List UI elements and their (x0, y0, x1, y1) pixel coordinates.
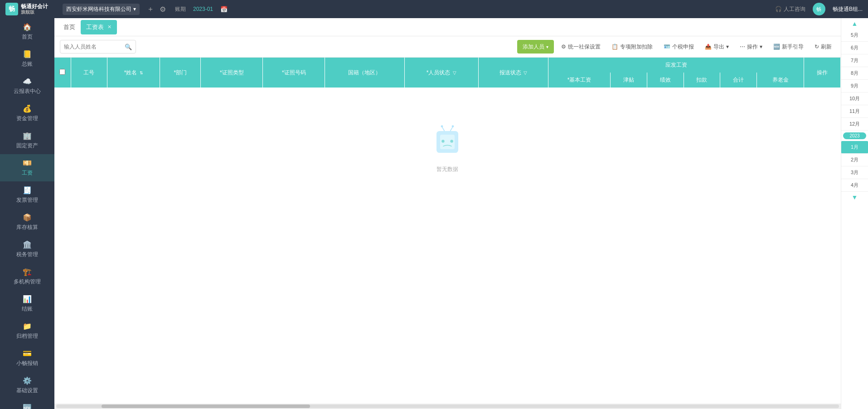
company-selector[interactable]: 西安虾米网络科技有限公司 ▾ (63, 4, 140, 15)
th-nationality: 国籍（地区） (325, 58, 404, 88)
th-dept: *部门 (160, 58, 201, 88)
panel-down-arrow[interactable]: ▼ (841, 192, 868, 203)
month-12[interactable]: 12月 (841, 118, 868, 131)
table-body: 暂无数据 (54, 88, 841, 209)
tab-close-icon[interactable]: ✕ (107, 24, 112, 29)
year-badge: 2023 (843, 132, 866, 139)
bottom-scrollbar[interactable] (54, 404, 841, 409)
add-button[interactable]: ＋ (147, 5, 154, 14)
calendar-icon[interactable]: 📅 (220, 6, 228, 13)
sidebar-item-archive[interactable]: 📁 归档管理 (0, 317, 54, 345)
sidebar-item-ledger[interactable]: 📒 总账 (0, 45, 54, 73)
search-wrap[interactable]: 🔍 (60, 40, 136, 54)
special-deduction-icon: 📋 (611, 44, 618, 50)
sidebar-item-fund[interactable]: 💰 资金管理 (0, 100, 54, 127)
empty-state: 暂无数据 (54, 124, 841, 173)
select-all-checkbox[interactable] (59, 69, 65, 75)
app-name: 畅通好会计 (21, 3, 48, 10)
sidebar-item-cloud-report[interactable]: ☁️ 云报表中心 (0, 73, 54, 100)
sidebar-item-expense[interactable]: 💳 小畅报销 (0, 345, 54, 372)
tab-home[interactable]: 首页 (58, 20, 81, 34)
sort-name-icon[interactable]: ⇅ (140, 71, 143, 75)
period-value[interactable]: 2023-01 (193, 6, 213, 12)
month-4[interactable]: 4月 (841, 179, 868, 192)
app-edition: 旗舰版 (21, 10, 48, 15)
sidebar-item-label: 税务管理 (16, 251, 38, 258)
search-icon: 🔍 (125, 44, 132, 50)
month-7[interactable]: 7月 (841, 54, 868, 67)
tab-payroll-label: 工资表 (86, 23, 104, 31)
sidebar-item-fixed-assets[interactable]: 🏢 固定资产 (0, 127, 54, 154)
sidebar-item-home[interactable]: 🏠 首页 (0, 18, 54, 45)
archive-icon: 📁 (23, 322, 32, 331)
scrollbar-track[interactable] (56, 404, 839, 408)
th-deduction: 扣款 (684, 73, 720, 88)
search-input[interactable] (64, 44, 123, 50)
month-6[interactable]: 6月 (841, 42, 868, 54)
export-icon: 📤 (705, 44, 712, 50)
guide-label: 新手引导 (782, 43, 804, 51)
th-status[interactable]: *人员状态 ▽ (404, 58, 478, 88)
export-button[interactable]: 📤 导出 ▾ (701, 41, 732, 53)
tab-payroll-table[interactable]: 工资表 ✕ (81, 20, 117, 34)
scrollbar-thumb[interactable] (102, 404, 310, 408)
th-base-salary: *基本工资 (548, 73, 611, 88)
sidebar-item-label: 多机构管理 (14, 278, 41, 286)
social-security-button[interactable]: ⚙ 统一社保设置 (558, 41, 604, 53)
th-name[interactable]: *姓名 ⇅ (107, 58, 160, 88)
svg-point-6 (441, 125, 443, 127)
empty-icon (429, 124, 466, 160)
th-pension: 养老金 (756, 73, 804, 88)
panel-up-arrow[interactable]: ▲ (841, 18, 868, 29)
social-security-icon: ⚙ (561, 44, 566, 50)
month-8[interactable]: 8月 (841, 67, 868, 80)
filter-status-icon[interactable]: ▽ (453, 70, 456, 75)
svg-point-7 (452, 125, 454, 127)
sidebar-item-payroll[interactable]: 💴 工资 (0, 154, 54, 181)
headset-icon: 🎧 (775, 6, 782, 12)
filter-report-icon[interactable]: ▽ (524, 70, 527, 75)
operate-icon: ⋯ (740, 44, 745, 50)
th-checkbox[interactable] (54, 58, 71, 88)
special-deduction-button[interactable]: 📋 专项附加扣除 (608, 41, 656, 53)
sidebar-item-invoice[interactable]: 🧾 发票管理 (0, 181, 54, 209)
month-3[interactable]: 3月 (841, 166, 868, 179)
month-11[interactable]: 11月 (841, 105, 868, 118)
sidebar-item-label: 总账 (22, 60, 33, 68)
content-area: 首页 工资表 ✕ 🔍 添加人员 ▾ ⚙ 统一社保设置 📋 (54, 18, 841, 409)
th-report-status[interactable]: 报送状态 ▽ (478, 58, 548, 88)
month-9[interactable]: 9月 (841, 80, 868, 93)
th-performance: 绩效 (647, 73, 684, 88)
service-button[interactable]: 🎧 人工咨询 (775, 5, 805, 13)
sidebar-item-guide[interactable]: 🆕 新手引导 (0, 399, 54, 409)
th-id-no: *证照号码 (263, 58, 325, 88)
empty-row: 暂无数据 (54, 88, 841, 209)
sidebar-item-inventory[interactable]: 📦 库存核算 (0, 209, 54, 236)
refresh-button[interactable]: ↻ 刷新 (811, 41, 835, 53)
sidebar-item-close[interactable]: 📊 结账 (0, 290, 54, 317)
settings-icon[interactable]: ⚙ (160, 5, 166, 14)
export-label: 导出 (713, 43, 724, 51)
month-5[interactable]: 5月 (841, 29, 868, 42)
tax-icon: 🏛️ (23, 240, 32, 249)
sidebar-item-label: 云报表中心 (14, 88, 41, 95)
toolbar: 🔍 添加人员 ▾ ⚙ 统一社保设置 📋 专项附加扣除 🪪 个税申报 📤 导出 (54, 36, 841, 58)
sidebar-item-settings[interactable]: ⚙️ 基础设置 (0, 372, 54, 399)
add-person-label: 添加人员 (523, 43, 544, 51)
month-2[interactable]: 2月 (841, 154, 868, 166)
add-person-button[interactable]: 添加人员 ▾ (517, 40, 554, 54)
table-container: 工号 *姓名 ⇅ *部门 *证照类型 *证照号码 国籍（地区） *人员状态 ▽ (54, 58, 841, 404)
th-payable: 应发工资 (548, 58, 804, 73)
user-name: 畅捷通B组... (833, 5, 863, 13)
app-logo: 畅 畅通好会计 旗舰版 (5, 3, 55, 15)
month-1[interactable]: 1月 (841, 141, 868, 154)
svg-point-3 (451, 140, 453, 142)
invoice-icon: 🧾 (23, 186, 32, 195)
month-10[interactable]: 10月 (841, 93, 868, 105)
operate-button[interactable]: ⋯ 操作 ▾ (736, 41, 766, 53)
sidebar-item-multi-org[interactable]: 🏗️ 多机构管理 (0, 263, 54, 290)
sidebar-item-tax[interactable]: 🏛️ 税务管理 (0, 236, 54, 263)
guide-button[interactable]: 🆕 新手引导 (770, 41, 807, 53)
personal-tax-button[interactable]: 🪪 个税申报 (660, 41, 698, 53)
sidebar-item-label: 归档管理 (16, 332, 38, 340)
